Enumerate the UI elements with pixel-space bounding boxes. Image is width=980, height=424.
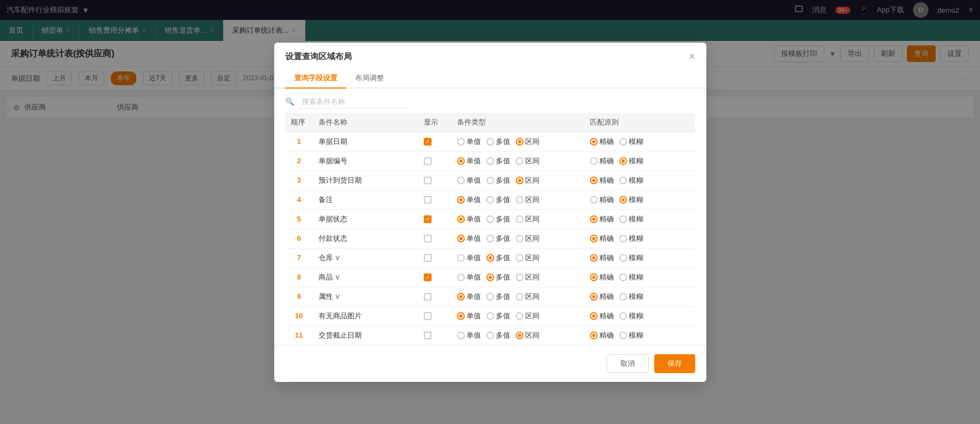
type-radio-区间[interactable]: 区间 — [516, 253, 540, 263]
radio-indicator — [457, 254, 465, 262]
radio-indicator — [516, 138, 524, 146]
row-display-cell — [418, 151, 451, 170]
modal-title: 设置查询区域布局 — [285, 51, 352, 62]
type-radio-多值[interactable]: 多值 — [486, 292, 510, 302]
row-condition-name: 属性 ∨ — [313, 287, 418, 306]
type-radio-区间[interactable]: 区间 — [516, 137, 540, 147]
type-radio-单值[interactable]: 单值 — [457, 214, 481, 224]
radio-indicator — [619, 196, 627, 204]
type-radio-多值[interactable]: 多值 — [486, 156, 510, 166]
modal-table: 顺序 条件名称 显示 条件类型 匹配原则 1单据日期单值多值区间精确模糊2单据编… — [285, 113, 695, 312]
row-type-cell: 单值多值区间 — [451, 190, 584, 209]
display-checkbox[interactable] — [424, 138, 432, 146]
display-checkbox[interactable] — [424, 157, 432, 165]
rule-radio-模糊[interactable]: 模糊 — [619, 272, 643, 282]
row-type-cell: 单值多值区间 — [451, 170, 584, 190]
row-order: 5 — [285, 209, 313, 229]
row-condition-name: 付款状态 — [313, 229, 418, 248]
rule-radio-精确[interactable]: 精确 — [590, 214, 614, 224]
row-display-cell — [418, 209, 451, 229]
table-row: 5单据状态单值多值区间精确模糊 — [285, 209, 695, 229]
type-radio-多值[interactable]: 多值 — [486, 137, 510, 147]
type-radio-多值[interactable]: 多值 — [486, 253, 510, 263]
row-order: 3 — [285, 170, 313, 190]
display-checkbox[interactable] — [424, 177, 432, 184]
type-radio-多值[interactable]: 多值 — [486, 234, 510, 244]
row-condition-name: 仓库 ∨ — [313, 248, 418, 267]
rule-radio-精确[interactable]: 精确 — [590, 253, 614, 263]
rule-radio-精确[interactable]: 精确 — [590, 175, 614, 185]
type-radio-区间[interactable]: 区间 — [516, 195, 540, 205]
radio-indicator — [516, 273, 524, 281]
rule-radio-模糊[interactable]: 模糊 — [619, 175, 643, 185]
type-radio-区间[interactable]: 区间 — [516, 292, 540, 302]
type-radio-多值[interactable]: 多值 — [486, 175, 510, 185]
modal-tab-query-fields[interactable]: 查询字段设置 — [285, 69, 346, 89]
display-checkbox[interactable] — [424, 235, 432, 242]
radio-indicator — [486, 273, 494, 281]
rule-radio-模糊[interactable]: 模糊 — [619, 311, 643, 312]
rule-radio-模糊[interactable]: 模糊 — [619, 292, 643, 302]
rule-radio-精确[interactable]: 精确 — [590, 292, 614, 302]
rule-radio-精确[interactable]: 精确 — [590, 156, 614, 166]
rule-radio-精确[interactable]: 精确 — [590, 195, 614, 205]
type-radio-多值[interactable]: 多值 — [486, 272, 510, 282]
table-row: 7仓库 ∨单值多值区间精确模糊 — [285, 248, 695, 267]
row-display-cell — [418, 229, 451, 248]
rule-radio-模糊[interactable]: 模糊 — [619, 214, 643, 224]
modal-search-input[interactable] — [297, 95, 408, 108]
radio-indicator — [516, 157, 524, 165]
row-type-cell: 单值多值区间 — [451, 132, 584, 151]
row-type-cell: 单值多值区间 — [451, 209, 584, 229]
rule-radio-模糊[interactable]: 模糊 — [619, 137, 643, 147]
type-radio-单值[interactable]: 单值 — [457, 272, 481, 282]
type-radio-多值[interactable]: 多值 — [486, 214, 510, 224]
type-radio-区间[interactable]: 区间 — [516, 214, 540, 224]
type-radio-多值[interactable]: 多值 — [486, 195, 510, 205]
modal-search-icon: 🔍 — [285, 97, 294, 106]
modal-close-button[interactable]: × — [689, 51, 695, 61]
rule-radio-模糊[interactable]: 模糊 — [619, 195, 643, 205]
type-radio-多值[interactable]: 多值 — [486, 311, 510, 312]
row-display-cell — [418, 190, 451, 209]
type-radio-单值[interactable]: 单值 — [457, 253, 481, 263]
radio-indicator — [457, 177, 465, 184]
row-order: 1 — [285, 132, 313, 151]
type-radio-区间[interactable]: 区间 — [516, 175, 540, 185]
type-radio-区间[interactable]: 区间 — [516, 156, 540, 166]
row-order: 10 — [285, 306, 313, 312]
modal-tab-layout[interactable]: 布局调整 — [346, 69, 393, 89]
type-radio-单值[interactable]: 单值 — [457, 234, 481, 244]
radio-indicator — [457, 138, 465, 146]
display-checkbox[interactable] — [424, 293, 432, 301]
type-radio-区间[interactable]: 区间 — [516, 272, 540, 282]
radio-indicator — [590, 235, 598, 242]
row-rule-cell: 精确模糊 — [584, 306, 695, 312]
radio-indicator — [516, 196, 524, 204]
row-type-cell: 单值多值区间 — [451, 229, 584, 248]
radio-indicator — [590, 157, 598, 165]
table-row: 2单据编号单值多值区间精确模糊 — [285, 151, 695, 170]
row-condition-name: 预计到货日期 — [313, 170, 418, 190]
rule-radio-精确[interactable]: 精确 — [590, 311, 614, 312]
type-radio-区间[interactable]: 区间 — [516, 311, 540, 312]
rule-radio-精确[interactable]: 精确 — [590, 234, 614, 244]
type-radio-单值[interactable]: 单值 — [457, 156, 481, 166]
display-checkbox[interactable] — [424, 196, 432, 204]
rule-radio-模糊[interactable]: 模糊 — [619, 253, 643, 263]
modal-overlay: 设置查询区域布局 × 查询字段设置 布局调整 🔍 顺序 条件名称 显示 条件类型 — [0, 0, 980, 312]
rule-radio-模糊[interactable]: 模糊 — [619, 234, 643, 244]
display-checkbox[interactable] — [424, 273, 432, 281]
display-checkbox[interactable] — [424, 215, 432, 223]
type-radio-单值[interactable]: 单值 — [457, 292, 481, 302]
type-radio-区间[interactable]: 区间 — [516, 234, 540, 244]
type-radio-单值[interactable]: 单值 — [457, 137, 481, 147]
display-checkbox[interactable] — [424, 254, 432, 262]
rule-radio-模糊[interactable]: 模糊 — [619, 156, 643, 166]
type-radio-单值[interactable]: 单值 — [457, 311, 481, 312]
rule-radio-精确[interactable]: 精确 — [590, 272, 614, 282]
row-type-cell: 单值多值区间 — [451, 287, 584, 306]
type-radio-单值[interactable]: 单值 — [457, 175, 481, 185]
rule-radio-精确[interactable]: 精确 — [590, 137, 614, 147]
type-radio-单值[interactable]: 单值 — [457, 195, 481, 205]
